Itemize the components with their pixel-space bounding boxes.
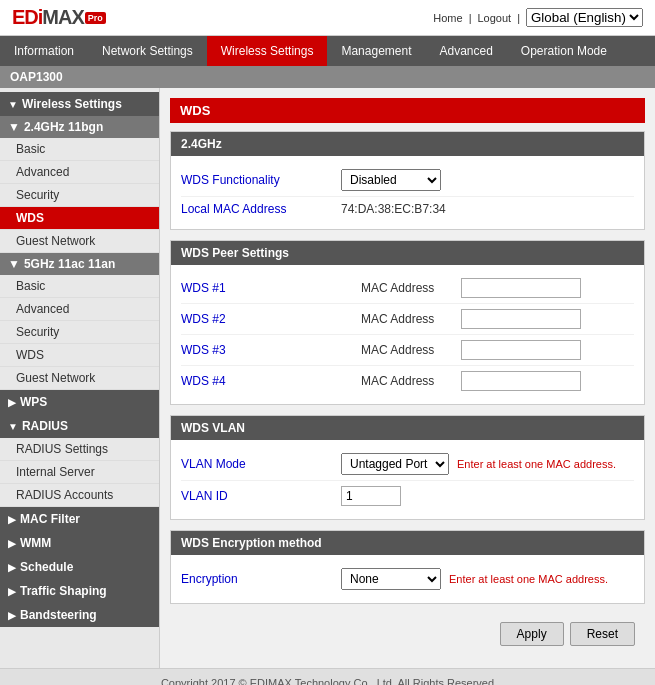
sidebar-radius[interactable]: ▼ RADIUS [0,414,159,438]
encryption-row: Encryption None WEP WPA2 Enter at least … [181,563,634,595]
device-name: OAP1300 [10,70,63,84]
wds2-mac-input[interactable] [461,309,581,329]
sidebar-wps[interactable]: ▶ WPS [0,390,159,414]
sidebar-item-guest-5[interactable]: Guest Network [0,367,159,390]
wds1-label: WDS #1 [181,281,341,295]
section-24ghz: 2.4GHz WDS Functionality Disabled WDS WD… [170,131,645,230]
vlan-id-input[interactable] [341,486,401,506]
wds-functionality-row: WDS Functionality Disabled WDS WDS + AP [181,164,634,197]
sidebar-item-advanced-5[interactable]: Advanced [0,298,159,321]
vlan-mode-label: VLAN Mode [181,457,341,471]
peer-row-2: WDS #2 MAC Address [181,304,634,335]
apply-button[interactable]: Apply [500,622,564,646]
vlan-id-label: VLAN ID [181,489,341,503]
vlan-id-row: VLAN ID [181,481,634,511]
footer: Copyright 2017 © EDIMAX Technology Co., … [0,668,655,685]
sidebar-item-advanced-24[interactable]: Advanced [0,161,159,184]
home-link[interactable]: Home [433,12,462,24]
wds-functionality-select[interactable]: Disabled WDS WDS + AP [341,169,441,191]
wps-label: WPS [20,395,47,409]
logout-link[interactable]: Logout [477,12,511,24]
section-peer-body: WDS #1 MAC Address WDS #2 MAC Address WD… [171,265,644,404]
section-vlan-header: WDS VLAN [171,416,644,440]
peer-row-1: WDS #1 MAC Address [181,273,634,304]
sidebar-2.4ghz[interactable]: ▼ 2.4GHz 11bgn [0,116,159,138]
device-bar: OAP1300 [0,66,655,88]
main-layout: ▼ Wireless Settings ▼ 2.4GHz 11bgn Basic… [0,88,655,668]
nav-wireless-settings[interactable]: Wireless Settings [207,36,328,66]
wds1-mac-label: MAC Address [361,281,461,295]
sidebar-item-guest-24[interactable]: Guest Network [0,230,159,253]
wds-functionality-label: WDS Functionality [181,173,341,187]
sidebar-item-basic-5[interactable]: Basic [0,275,159,298]
sidebar-mac-filter[interactable]: ▶ MAC Filter [0,507,159,531]
wds3-mac-input[interactable] [461,340,581,360]
nav-advanced[interactable]: Advanced [425,36,506,66]
wmm-label: WMM [20,536,51,550]
wds4-label: WDS #4 [181,374,341,388]
sidebar: ▼ Wireless Settings ▼ 2.4GHz 11bgn Basic… [0,88,160,668]
arrow-icon: ▼ [8,99,18,110]
sidebar-item-radius-accounts[interactable]: RADIUS Accounts [0,484,159,507]
nav-operation-mode[interactable]: Operation Mode [507,36,621,66]
content-area: WDS 2.4GHz WDS Functionality Disabled WD… [160,88,655,668]
section-encryption: WDS Encryption method Encryption None WE… [170,530,645,604]
nav-network-settings[interactable]: Network Settings [88,36,207,66]
bandsteering-label: Bandsteering [20,608,97,622]
section-vlan-body: VLAN Mode Untagged Port Tagged Port Ente… [171,440,644,519]
wds2-label: WDS #2 [181,312,341,326]
peer-row-4: WDS #4 MAC Address [181,366,634,396]
vlan-mode-hint: Enter at least one MAC address. [457,458,616,470]
section-peer-header: WDS Peer Settings [171,241,644,265]
section-24ghz-body: WDS Functionality Disabled WDS WDS + AP … [171,156,644,229]
pro-badge: Pro [85,12,106,24]
logo: EDiMAX Pro [12,6,106,29]
sidebar-item-wds-24[interactable]: WDS [0,207,159,230]
expand-icon: ▼ [8,120,20,134]
sidebar-item-basic-24[interactable]: Basic [0,138,159,161]
wds1-mac-input[interactable] [461,278,581,298]
sidebar-item-security-24[interactable]: Security [0,184,159,207]
encryption-hint: Enter at least one MAC address. [449,573,608,585]
local-mac-value: 74:DA:38:EC:B7:34 [341,202,446,216]
language-select[interactable]: Global (English) [526,8,643,27]
schedule-label: Schedule [20,560,73,574]
sidebar-item-security-5[interactable]: Security [0,321,159,344]
nav-information[interactable]: Information [0,36,88,66]
wds3-mac-label: MAC Address [361,343,461,357]
vlan-mode-row: VLAN Mode Untagged Port Tagged Port Ente… [181,448,634,481]
wds2-mac-label: MAC Address [361,312,461,326]
sidebar-item-radius-settings[interactable]: RADIUS Settings [0,438,159,461]
sidebar-schedule[interactable]: ▶ Schedule [0,555,159,579]
sidebar-5ghz[interactable]: ▼ 5GHz 11ac 11an [0,253,159,275]
top-links: Home | Logout | Global (English) [433,8,643,27]
section-encryption-header: WDS Encryption method [171,531,644,555]
peer-row-3: WDS #3 MAC Address [181,335,634,366]
button-row: Apply Reset [170,614,645,654]
encryption-label: Encryption [181,572,341,586]
section-24ghz-header: 2.4GHz [171,132,644,156]
sidebar-item-internal-server[interactable]: Internal Server [0,461,159,484]
traffic-shaping-label: Traffic Shaping [20,584,107,598]
mac-filter-label: MAC Filter [20,512,80,526]
sidebar-item-wds-5[interactable]: WDS [0,344,159,367]
footer-text: Copyright 2017 © EDIMAX Technology Co., … [161,677,494,685]
page-header: EDiMAX Pro Home | Logout | Global (Engli… [0,0,655,36]
encryption-select[interactable]: None WEP WPA2 [341,568,441,590]
reset-button[interactable]: Reset [570,622,635,646]
expand-icon-5g: ▼ [8,257,20,271]
wds4-mac-input[interactable] [461,371,581,391]
local-mac-row: Local MAC Address 74:DA:38:EC:B7:34 [181,197,634,221]
sidebar-section-wireless[interactable]: ▼ Wireless Settings [0,92,159,116]
sidebar-section-label: Wireless Settings [22,97,122,111]
local-mac-label: Local MAC Address [181,202,341,216]
section-encryption-body: Encryption None WEP WPA2 Enter at least … [171,555,644,603]
vlan-mode-select[interactable]: Untagged Port Tagged Port [341,453,449,475]
nav-management[interactable]: Management [327,36,425,66]
section-vlan: WDS VLAN VLAN Mode Untagged Port Tagged … [170,415,645,520]
sidebar-bandsteering[interactable]: ▶ Bandsteering [0,603,159,627]
sidebar-traffic-shaping[interactable]: ▶ Traffic Shaping [0,579,159,603]
section-peer: WDS Peer Settings WDS #1 MAC Address WDS… [170,240,645,405]
sidebar-wmm[interactable]: ▶ WMM [0,531,159,555]
radius-label: RADIUS [22,419,68,433]
